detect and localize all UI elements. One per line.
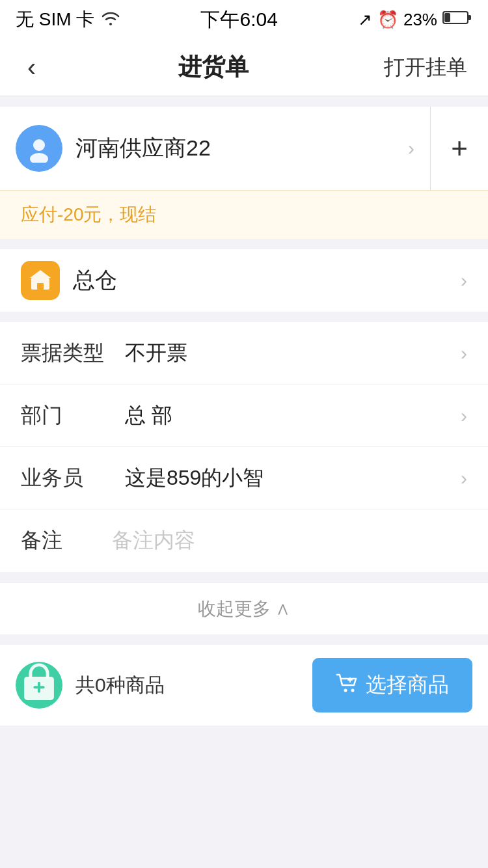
open-pending-button[interactable]: 打开挂单 xyxy=(384,53,467,82)
svg-rect-2 xyxy=(444,13,450,22)
page-title: 进货单 xyxy=(178,51,249,83)
select-product-label: 选择商品 xyxy=(366,671,449,699)
battery-icon xyxy=(442,9,472,30)
remark-label: 备注 xyxy=(21,526,112,555)
department-label: 部门 xyxy=(21,401,112,430)
department-chevron-icon: › xyxy=(461,405,467,427)
alarm-icon: ⏰ xyxy=(377,10,398,30)
product-icon xyxy=(16,662,62,709)
battery-label: 23% xyxy=(403,10,437,30)
ticket-type-chevron-icon: › xyxy=(461,342,467,364)
warehouse-chevron-icon: › xyxy=(461,269,467,292)
bottom-bar: 共0种商品 选择商品 xyxy=(0,645,488,726)
department-value: 总 部 xyxy=(125,401,455,430)
supplier-selector[interactable]: 河南供应商22 › xyxy=(0,107,431,190)
salesperson-label: 业务员 xyxy=(21,464,112,493)
status-right: ↗ ⏰ 23% xyxy=(358,9,472,30)
select-product-button[interactable]: 选择商品 xyxy=(312,658,472,712)
divider-2 xyxy=(0,312,488,322)
svg-rect-7 xyxy=(37,283,44,290)
notice-bar: 应付-20元，现结 xyxy=(0,190,488,239)
salesperson-value: 这是859的小智 xyxy=(125,464,455,493)
svg-marker-6 xyxy=(30,270,51,278)
remark-row[interactable]: 备注 备注内容 xyxy=(0,509,488,572)
back-button[interactable]: ‹ xyxy=(21,46,42,88)
product-count: 共0种商品 xyxy=(75,672,312,699)
divider-1 xyxy=(0,239,488,249)
svg-point-3 xyxy=(33,139,45,151)
department-row[interactable]: 部门 总 部 › xyxy=(0,385,488,447)
svg-rect-1 xyxy=(468,15,471,20)
svg-point-4 xyxy=(30,153,48,163)
warehouse-row[interactable]: 总仓 › xyxy=(0,249,488,312)
supplier-section: 河南供应商22 › + xyxy=(0,107,488,190)
collapse-label: 收起更多 ∧ xyxy=(198,597,291,621)
warehouse-icon xyxy=(21,261,60,300)
salesperson-row[interactable]: 业务员 这是859的小智 › xyxy=(0,447,488,509)
svg-point-9 xyxy=(344,688,347,692)
ticket-type-row[interactable]: 票据类型 不开票 › xyxy=(0,322,488,385)
location-icon: ↗ xyxy=(358,10,372,30)
supplier-chevron-icon: › xyxy=(408,137,414,159)
content: 河南供应商22 › + 应付-20元，现结 总仓 › 票据类型 不开票 › xyxy=(0,107,488,726)
form-section: 票据类型 不开票 › 部门 总 部 › 业务员 这是859的小智 › 备注 备注… xyxy=(0,322,488,572)
collapse-bar[interactable]: 收起更多 ∧ xyxy=(0,582,488,634)
ticket-type-label: 票据类型 xyxy=(21,339,112,368)
carrier-label: 无 SIM 卡 xyxy=(16,7,94,32)
wifi-icon xyxy=(101,9,120,30)
ticket-type-value: 不开票 xyxy=(125,339,455,368)
supplier-avatar xyxy=(16,125,62,172)
remark-placeholder[interactable]: 备注内容 xyxy=(112,526,467,555)
salesperson-chevron-icon: › xyxy=(461,467,467,489)
status-left: 无 SIM 卡 xyxy=(16,7,120,32)
cart-icon xyxy=(336,673,359,698)
supplier-name: 河南供应商22 xyxy=(75,133,403,163)
notice-text: 应付-20元，现结 xyxy=(21,204,156,224)
nav-bar: ‹ 进货单 打开挂单 xyxy=(0,39,488,96)
add-supplier-button[interactable]: + xyxy=(431,107,488,190)
warehouse-name: 总仓 xyxy=(73,265,455,295)
svg-point-10 xyxy=(351,688,355,692)
status-bar: 无 SIM 卡 下午6:04 ↗ ⏰ 23% xyxy=(0,0,488,39)
time-label: 下午6:04 xyxy=(200,7,277,33)
